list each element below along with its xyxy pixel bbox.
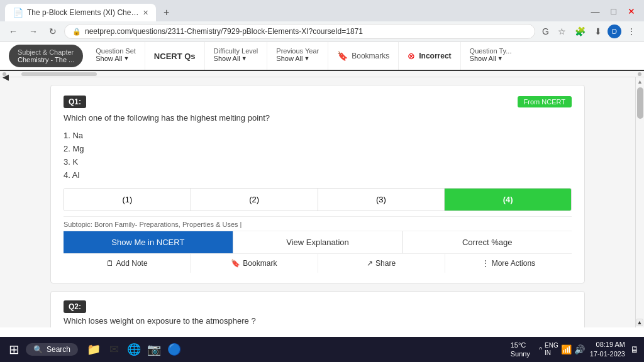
question-2-card: Q2: Which loses weight on exposure to th… — [50, 291, 585, 327]
answer-btn-4[interactable]: (4) — [445, 189, 571, 211]
show-ncert-button[interactable]: Show Me in NCERT — [64, 231, 233, 253]
prev-year-filter[interactable]: Previous Year Show All ▼ — [267, 42, 328, 70]
bookmarks-label: Bookmarks — [352, 52, 389, 60]
chevron-icon[interactable]: ^ — [539, 346, 542, 353]
menu-dots-icon[interactable]: ⋮ — [624, 25, 639, 38]
share-button[interactable]: ↗ Share — [318, 254, 445, 273]
time-display: 08:19 AM — [590, 340, 625, 349]
incorrect-label: Incorrect — [419, 52, 451, 60]
add-note-icon: 🗒 — [106, 259, 114, 268]
download-icon[interactable]: ⬇ — [591, 25, 605, 38]
main-content-area: Q1: From NCERT Which one of the followin… — [0, 77, 644, 327]
browser-chrome: 📄 The p-Block Elements (XI) Chem... ✕ + … — [0, 0, 644, 42]
filter-bar: Subject & Chapter Chemistry - The ... Qu… — [0, 42, 644, 71]
taskbar-apps: 📁 ✉ 🌐 📷 🔵 — [84, 340, 184, 359]
tab-bar: 📄 The p-Block Elements (XI) Chem... ✕ + … — [0, 0, 644, 21]
tab-close-button[interactable]: ✕ — [143, 9, 148, 17]
google-icon[interactable]: G — [539, 25, 552, 38]
system-tray: ^ ENGIN 📶 🔊 — [539, 342, 585, 357]
back-button[interactable]: ← — [5, 24, 21, 39]
x-circle-icon: ⊗ — [408, 51, 415, 61]
horizontal-scrollbar[interactable]: ◀ — [0, 71, 644, 77]
subject-value: Chemistry - The ... — [18, 56, 74, 63]
q1-header: Q1: From NCERT — [64, 96, 572, 108]
questions-area: Q1: From NCERT Which one of the followin… — [0, 77, 635, 327]
taskbar-mail[interactable]: ✉ — [104, 340, 123, 359]
weather-temp: 15°C — [511, 341, 530, 349]
taskbar: ⊞ 🔍 Search 📁 ✉ 🌐 📷 🔵 15°C Sunny ^ ENGIN … — [0, 337, 644, 362]
taskbar-file-explorer[interactable]: 📁 — [84, 340, 103, 359]
q2-text: Which loses weight on exposure to the at… — [64, 316, 572, 326]
ncert-qs-filter[interactable]: NCERT Qs — [145, 42, 205, 70]
close-window-button[interactable]: ✕ — [624, 4, 639, 19]
extensions-icon[interactable]: 🧩 — [572, 25, 589, 38]
option-4: 4. Al — [64, 168, 572, 182]
subject-label: Subject & Chapter — [18, 48, 74, 56]
scroll-up-arrow[interactable]: ▲ — [637, 79, 643, 85]
question-1-card: Q1: From NCERT Which one of the followin… — [50, 85, 585, 283]
question-set-filter[interactable]: Question Set Show All ▼ — [87, 42, 145, 70]
incorrect-filter[interactable]: ⊗ Incorrect — [399, 42, 460, 70]
forward-button[interactable]: → — [25, 24, 42, 39]
vertical-scrollbar[interactable]: ▲ ▲ ▲ — [635, 77, 644, 327]
taskbar-search[interactable]: 🔍 Search — [26, 343, 78, 356]
weather-desc: Sunny — [511, 349, 530, 358]
q1-ncert-badge: From NCERT — [518, 96, 572, 107]
new-tab-button[interactable]: + — [158, 4, 174, 21]
prev-year-label: Previous Year — [276, 47, 319, 55]
wifi-icon: 📶 — [561, 344, 572, 354]
q1-action-row: Show Me in NCERT View Explanation Correc… — [64, 231, 572, 253]
bookmark-icon: 🔖 — [337, 51, 348, 61]
answer-btn-1[interactable]: (1) — [64, 189, 191, 211]
taskbar-right: 15°C Sunny ^ ENGIN 📶 🔊 08:19 AM 17-01-20… — [511, 340, 639, 359]
question-type-filter[interactable]: Question Ty... Show All ▼ — [461, 42, 521, 70]
answer-btn-3[interactable]: (3) — [318, 189, 445, 211]
q1-label: Q1: — [64, 96, 86, 108]
q1-subtopic: Subtopic: Boron Family- Preparations, Pr… — [64, 216, 572, 231]
q2-label: Q2: — [64, 300, 86, 313]
h-scroll-thumb[interactable] — [21, 72, 97, 76]
start-button[interactable]: ⊞ — [5, 341, 23, 358]
bookmark-button[interactable]: 🔖 Bookmark — [191, 254, 318, 273]
address-bar[interactable]: 🔒 neetprep.com/questions/2311-Chemistry/… — [64, 24, 535, 39]
q1-options: 1. Na 2. Mg 3. K 4. Al — [64, 129, 572, 182]
bookmarks-filter[interactable]: 🔖 Bookmarks — [328, 42, 399, 70]
clock[interactable]: 08:19 AM 17-01-2023 — [590, 340, 625, 359]
language-icon: ENGIN — [545, 342, 558, 357]
answer-btn-2[interactable]: (2) — [191, 189, 318, 211]
minimize-button[interactable]: — — [587, 4, 604, 19]
h-scroll-right-arrow — [638, 72, 641, 76]
more-actions-button[interactable]: ⋮ More Actions — [445, 254, 572, 273]
question-type-label: Question Ty... — [470, 47, 512, 55]
url-text: neetprep.com/questions/2311-Chemistry/79… — [85, 27, 363, 36]
reload-button[interactable]: ↻ — [45, 24, 60, 39]
add-note-button[interactable]: 🗒 Add Note — [64, 254, 191, 273]
bookmark-star-icon[interactable]: ☆ — [555, 25, 569, 38]
taskbar-chrome[interactable]: 🔵 — [165, 340, 184, 359]
maximize-button[interactable]: □ — [608, 4, 620, 19]
browser-controls: ← → ↻ 🔒 neetprep.com/questions/2311-Chem… — [0, 21, 644, 41]
more-dots-icon: ⋮ — [482, 259, 489, 268]
difficulty-label: Difficulty Level — [214, 47, 258, 55]
q1-text: Which one of the following has the highe… — [64, 113, 572, 123]
browser-actions: G ☆ 🧩 ⬇ D ⋮ — [539, 25, 639, 38]
view-explanation-button[interactable]: View Explanation — [233, 231, 402, 253]
scroll-thumb[interactable] — [637, 87, 643, 119]
difficulty-filter[interactable]: Difficulty Level Show All ▼ — [205, 42, 268, 70]
notification-icon[interactable]: 🖥 — [630, 344, 639, 354]
option-3: 3. K — [64, 155, 572, 168]
question-set-label: Question Set — [96, 47, 136, 55]
weather-widget: 15°C Sunny — [511, 341, 530, 359]
question-set-value: Show All ▼ — [96, 55, 136, 62]
tab-title: The p-Block Elements (XI) Chem... — [27, 8, 139, 17]
taskbar-edge[interactable]: 🌐 — [125, 340, 143, 359]
q2-header: Q2: — [64, 302, 572, 311]
profile-icon[interactable]: D — [608, 25, 621, 38]
subject-chapter-filter[interactable]: Subject & Chapter Chemistry - The ... — [9, 45, 83, 67]
taskbar-camera[interactable]: 📷 — [145, 340, 164, 359]
date-display: 17-01-2023 — [590, 349, 625, 359]
share-icon: ↗ — [367, 259, 373, 268]
correct-pct-button[interactable]: Correct %age — [402, 231, 572, 253]
scroll-to-top-button[interactable]: ▲ — [636, 319, 643, 326]
active-tab[interactable]: 📄 The p-Block Elements (XI) Chem... ✕ — [5, 4, 156, 21]
